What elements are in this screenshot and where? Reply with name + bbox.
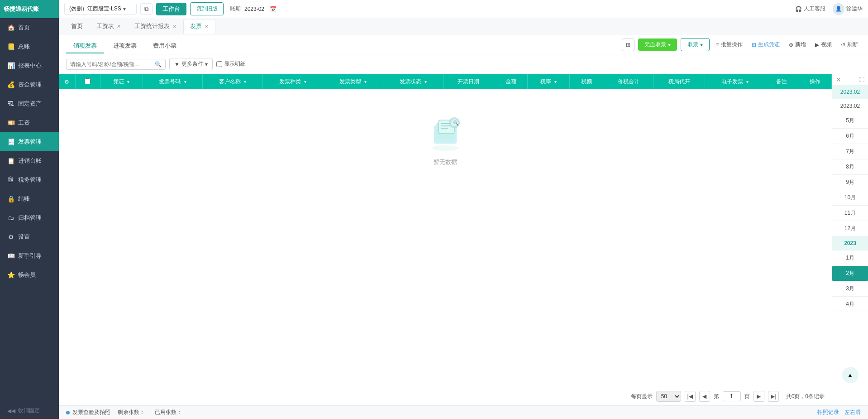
tab-bar: 首页 工资表 ✕ 工资统计报表 ✕ 发票 ✕ [59,18,868,34]
sub-tab-expense-receipt[interactable]: 费用小票 [146,39,184,53]
th-voucher[interactable]: 凭证 ▾ [100,74,143,89]
date-panel-9m[interactable]: 9月 [832,175,868,190]
sidebar-item-archive[interactable]: 🗂 归档管理 [0,208,59,227]
sort-icon: ▾ [244,79,246,84]
prev-page-btn[interactable]: ◀ [699,391,710,402]
show-detail-checkbox[interactable] [216,61,222,67]
last-page-btn[interactable]: ▶| [768,391,779,402]
plus-icon: ⊕ [789,42,793,48]
invoice-table: ⚙ 凭证 ▾ 发票号码 ▾ 客户名称 [59,74,832,89]
tab-home[interactable]: 首页 [64,19,90,33]
app-logo[interactable]: 畅捷通易代账 [0,0,59,18]
date-panel-year-entry1[interactable]: 2023.02 [832,85,868,99]
close-accounts-icon: 🔒 [7,195,14,202]
date-panel-4m[interactable]: 4月 [832,297,868,312]
select-all-checkbox[interactable] [85,78,91,84]
refresh-button[interactable]: ↺ 刷新 [838,39,861,50]
tab-invoice-mgmt[interactable]: 发票 ✕ [183,19,215,34]
sidebar-item-close[interactable]: 🔒 结账 [0,189,59,208]
date-panel-10m[interactable]: 10月 [832,190,868,206]
switch-old-version-button[interactable]: 切到旧版 [190,2,224,15]
remaining-wrap: 剩余张数： [118,409,148,416]
gen-voucher-button[interactable]: ⊞ 生成凭证 [749,39,782,50]
first-page-btn[interactable]: |◀ [685,391,696,402]
get-ticket-button[interactable]: 取票 ▾ [681,38,710,51]
th-settings[interactable]: ⚙ [59,74,75,89]
sidebar-item-tax[interactable]: 🏛 税务管理 [0,170,59,189]
th-tax[interactable]: 税额 [570,74,603,89]
show-detail-checkbox-wrap[interactable]: 显示明细 [216,60,246,68]
assets-icon: 🏗 [7,100,14,107]
calendar-icon[interactable]: 📅 [270,6,277,12]
th-invoice-no[interactable]: 发票号码 ▾ [143,74,203,89]
user-profile[interactable]: 👤 徐溢华 [833,3,863,15]
sidebar-item-payroll[interactable]: 💴 工资 [0,113,59,132]
batch-op-button[interactable]: ≡ 批量操作 [713,39,745,50]
sort-icon: ▾ [746,79,749,84]
column-settings-button[interactable]: ⊞ [622,39,634,51]
th-checkbox[interactable] [75,74,100,89]
th-invoice-status[interactable]: 发票状态 ▾ [383,74,443,89]
date-panel-3m[interactable]: 3月 [832,281,868,297]
sub-tabs-right: ⊞ 无血取票 ▾ 取票 ▾ ≡ 批量操作 ⊞ 生成凭证 ⊕ [622,38,861,54]
tab-salary-stats[interactable]: 工资统计报表 ✕ [128,19,183,33]
new-button[interactable]: ⊕ 新增 [786,39,809,50]
th-customer[interactable]: 客户名称 ▾ [203,74,263,89]
date-panel-scroll-up[interactable]: ▲ [842,367,858,383]
th-invoice-category[interactable]: 发票类型 ▾ [323,74,383,89]
sub-tab-sales-invoice[interactable]: 销项发票 [66,39,104,53]
th-invoice-type[interactable]: 发票种类 ▾ [263,74,323,89]
video-button[interactable]: ▶ 视频 [812,39,835,50]
sidebar-item-settings[interactable]: ⚙ 设置 [0,227,59,246]
no-cancel-ticket-button[interactable]: 无血取票 ▾ [638,39,677,51]
th-amount[interactable]: 金额 [494,74,527,89]
th-e-invoice[interactable]: 电子发票 ▾ [705,74,765,89]
sidebar-item-sales[interactable]: 📋 进销台账 [0,151,59,170]
ai-service-btn[interactable]: 🎧 人工客服 [795,5,825,13]
sidebar-item-member[interactable]: ⭐ 畅会员 [0,265,59,284]
sidebar-item-funds[interactable]: 💰 资金管理 [0,75,59,94]
main-area: (勿删）江西股宝-LSS ▾ ⧉ 工作台 切到旧版 账期 2023-02 📅 🎧… [59,0,868,419]
funds-icon: 💰 [7,81,14,88]
date-panel-2m[interactable]: 2月 [832,266,868,281]
tab-salary-stats-close-icon[interactable]: ✕ [172,24,176,29]
sub-tab-purchase-invoice[interactable]: 进项发票 [106,39,144,53]
th-tax-total[interactable]: 价税合计 [603,74,654,89]
th-open-date[interactable]: 开票日期 [443,74,494,89]
sidebar-item-reports[interactable]: 📊 报表中心 [0,56,59,75]
page-input[interactable] [723,391,741,401]
date-panel-8m[interactable]: 8月 [832,159,868,175]
tab-salary-table[interactable]: 工资表 ✕ [90,19,128,33]
per-page-select[interactable]: 50 10 20 100 [656,391,681,402]
more-filter-button[interactable]: ▼ 更多条件 ▾ [169,58,213,70]
tab-invoice-close-icon[interactable]: ✕ [205,24,209,29]
company-selector[interactable]: (勿删）江西股宝-LSS ▾ [64,3,137,15]
date-panel-6m[interactable]: 6月 [832,129,868,144]
date-panel-year-entry2[interactable]: 2023.02 [832,99,868,113]
check-label: 发票查验及拍照 [72,409,110,416]
th-remark[interactable]: 备注 [765,74,798,89]
date-panel-close-icon[interactable]: ✕ [836,76,841,83]
date-panel-maximize-icon[interactable]: ⛶ [859,77,864,83]
date-panel-5m[interactable]: 5月 [832,113,868,129]
date-panel-11m[interactable]: 11月 [832,206,868,221]
add-record-link[interactable]: 拍照记录 [817,409,839,416]
sidebar-item-invoice[interactable]: 🧾 发票管理 [0,132,59,151]
sidebar-label: 首页 [18,24,30,32]
tab-salary-close-icon[interactable]: ✕ [117,24,121,29]
copy-button[interactable]: ⧉ [140,3,153,15]
left-right-link[interactable]: 左右滑 [844,409,861,416]
sidebar-item-guide[interactable]: 📖 新手引导 [0,246,59,265]
th-tax-rate[interactable]: 税率 ▾ [527,74,570,89]
search-input[interactable] [70,61,152,67]
th-tax-code[interactable]: 税局代开 [654,74,705,89]
sidebar-item-ledger[interactable]: 📒 总账 [0,37,59,56]
sidebar-collapse-btn[interactable]: ◀◀ 收消固定 [0,402,59,419]
next-page-btn[interactable]: ▶ [754,391,764,402]
sidebar-item-assets[interactable]: 🏗 固定资产 [0,94,59,113]
sidebar-item-home[interactable]: 🏠 首页 [0,18,59,37]
date-panel-12m[interactable]: 12月 [832,221,868,236]
workspace-button[interactable]: 工作台 [156,3,186,15]
date-panel-1m[interactable]: 1月 [832,250,868,266]
date-panel-7m[interactable]: 7月 [832,144,868,159]
